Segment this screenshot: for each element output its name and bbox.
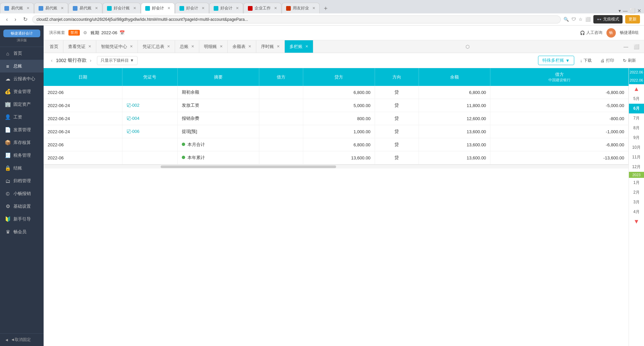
voucher-link[interactable]: 记-002	[126, 103, 140, 108]
star-icon[interactable]: ☆	[579, 17, 583, 22]
tab-balance[interactable]: 余额表 ✕	[228, 40, 256, 53]
timeline-month-10[interactable]: 10月	[629, 143, 644, 152]
tab-close-1[interactable]: ✕	[26, 6, 30, 10]
browser-tab-6[interactable]: 好会计 ✕	[175, 3, 209, 13]
tab-close-6[interactable]: ✕	[202, 6, 205, 10]
sidebar-item-salary[interactable]: 👤 工资	[0, 111, 44, 123]
sidebar-item-fixed[interactable]: 🏢 固定资产	[0, 98, 44, 111]
panel-minimize-icon[interactable]: —	[622, 43, 630, 50]
browser-tab-3[interactable]: 易代账 ✕	[68, 3, 102, 13]
download-button[interactable]: ↓ 下载	[578, 56, 595, 65]
window-close-button[interactable]: ✕	[637, 8, 641, 13]
shield-icon[interactable]: 🛡	[572, 17, 576, 22]
refresh-button[interactable]: ↻ 刷新	[620, 56, 639, 65]
tab-collapse-button[interactable]: ⬡	[463, 44, 472, 49]
browser-tab-1[interactable]: 易代账 ✕	[0, 3, 34, 13]
print-button[interactable]: 🖨 打印	[598, 56, 617, 65]
timeline-month-2[interactable]: 2月	[629, 188, 644, 197]
calendar-icon[interactable]: 📅	[119, 30, 125, 35]
sidebar-item-invoice[interactable]: 📄 发票管理	[0, 123, 44, 136]
timeline-scroll-up-button[interactable]: ▲	[634, 84, 640, 94]
special-multicolumn-button[interactable]: 特殊多栏账 ▼	[538, 56, 574, 65]
panel-expand-icon[interactable]: ⬜	[632, 43, 641, 50]
service-button[interactable]: 🎧 人工咨询	[580, 30, 602, 36]
filter-button[interactable]: 只显示下级科目 ▼	[97, 56, 138, 65]
sidebar-item-archive[interactable]: 🗂 归档管理	[0, 175, 44, 187]
timeline-month-4[interactable]: 4月	[629, 207, 644, 217]
back-button[interactable]: ‹	[4, 16, 10, 23]
browser-tab-8[interactable]: 企业工作 ✕	[244, 3, 281, 13]
browser-tab-9[interactable]: 用友好业 ✕	[282, 3, 320, 13]
sidebar-item-funds[interactable]: 💰 资金管理	[0, 85, 44, 98]
tab-summary-close[interactable]: ✕	[167, 44, 170, 49]
prev-subject-button[interactable]: ‹	[49, 57, 55, 64]
next-subject-button[interactable]: ›	[88, 57, 94, 64]
reload-button[interactable]: ↻	[21, 15, 30, 23]
url-input[interactable]	[32, 15, 561, 23]
window-maximize-button[interactable]: ⬜	[630, 8, 635, 13]
tab-close-7[interactable]: ✕	[236, 6, 239, 10]
avatar[interactable]: 畅	[606, 28, 616, 38]
tab-sequence-close[interactable]: ✕	[277, 44, 280, 49]
timeline-month-12[interactable]: 12月	[629, 162, 644, 172]
horizontal-scrollbar[interactable]	[44, 164, 629, 168]
tab-multi-close[interactable]: ✕	[305, 44, 308, 49]
sidebar-item-settings[interactable]: ⚙ 基础设置	[0, 200, 44, 213]
sidebar-item-close[interactable]: 🔒 结账	[0, 162, 44, 175]
stealth-mode-button[interactable]: 👓 无痕模式	[593, 15, 623, 23]
browser-tab-7[interactable]: 好会计 ✕	[209, 3, 243, 13]
settings-gear-icon[interactable]: ⚙	[83, 30, 87, 35]
voucher-link[interactable]: 记-004	[126, 116, 140, 121]
timeline-month-6[interactable]: 6月	[629, 104, 644, 113]
search-icon[interactable]: 🔍	[564, 17, 569, 22]
tab-detail[interactable]: 明细账 ✕	[199, 40, 228, 53]
sidebar-item-expense[interactable]: © 小畅报销	[0, 187, 44, 200]
browser-tab-2[interactable]: 易代账 ✕	[34, 3, 68, 13]
timeline-month-9[interactable]: 9月	[629, 133, 644, 143]
sidebar-item-inventory[interactable]: 📦 库存核算	[0, 136, 44, 149]
tab-close-8[interactable]: ✕	[274, 6, 277, 10]
tab-view-close[interactable]: ✕	[88, 44, 91, 49]
tab-balance-close[interactable]: ✕	[248, 44, 251, 49]
browser-tab-5[interactable]: 好会计 ✕	[141, 3, 175, 13]
update-button[interactable]: 更新	[625, 15, 640, 23]
tab-sequence[interactable]: 序时账 ✕	[256, 40, 285, 53]
tab-detail-close[interactable]: ✕	[220, 44, 223, 49]
browser-tab-4[interactable]: 好会计账 ✕	[103, 3, 141, 13]
tab-summary[interactable]: 凭证汇总表 ✕	[138, 40, 175, 53]
tab-multi[interactable]: 多栏账 ✕	[285, 40, 313, 53]
scrollbar-thumb[interactable]	[161, 165, 336, 168]
tab-smart-close[interactable]: ✕	[130, 44, 133, 49]
tab-smart[interactable]: 智能凭证中心 ✕	[96, 40, 138, 53]
sidebar-item-tax[interactable]: 🧾 税务管理	[0, 149, 44, 162]
timeline-month-5[interactable]: 5月	[629, 94, 644, 104]
tab-general[interactable]: 总账 ✕	[175, 40, 199, 53]
timeline-month-3[interactable]: 3月	[629, 197, 644, 207]
sidebar-item-ledger[interactable]: ≡ 总账	[0, 60, 44, 72]
timeline-scroll-down-button[interactable]: ▼	[634, 217, 640, 227]
sidebar-item-guide[interactable]: 🔰 新手引导	[0, 213, 44, 226]
tab-close-9[interactable]: ✕	[312, 6, 315, 10]
timeline-month-8[interactable]: 8月	[629, 123, 644, 133]
tab-view[interactable]: 查看凭证 ✕	[63, 40, 96, 53]
timeline-month-1[interactable]: 1月	[629, 178, 644, 188]
timeline-month-11[interactable]: 11月	[629, 152, 644, 162]
timeline-year-2023[interactable]: 2023	[629, 172, 644, 178]
tab-close-4[interactable]: ✕	[133, 6, 136, 10]
forward-button[interactable]: ›	[12, 16, 18, 23]
tab-close-2[interactable]: ✕	[61, 6, 64, 10]
tab-home[interactable]: 首页	[45, 40, 63, 53]
tab-minimize-icon[interactable]: ▾	[619, 8, 621, 13]
voucher-link[interactable]: 记-006	[126, 129, 140, 134]
extensions-icon[interactable]: ⬜	[585, 17, 591, 22]
tab-close-5[interactable]: ✕	[167, 6, 170, 10]
tab-general-close[interactable]: ✕	[191, 44, 194, 49]
sidebar-item-cloud[interactable]: ☁ 云报表中心	[0, 72, 44, 85]
new-tab-button[interactable]: ＋	[320, 3, 331, 13]
sidebar-item-member[interactable]: ♛ 畅会员	[0, 226, 44, 238]
sidebar-item-home[interactable]: ⌂ 首页	[0, 47, 44, 60]
window-minimize-button[interactable]: —	[623, 8, 628, 13]
sidebar-collapse-button[interactable]: ◄ ◄取消固定	[0, 333, 44, 346]
timeline-month-7[interactable]: 7月	[629, 113, 644, 123]
tab-close-3[interactable]: ✕	[95, 6, 98, 10]
